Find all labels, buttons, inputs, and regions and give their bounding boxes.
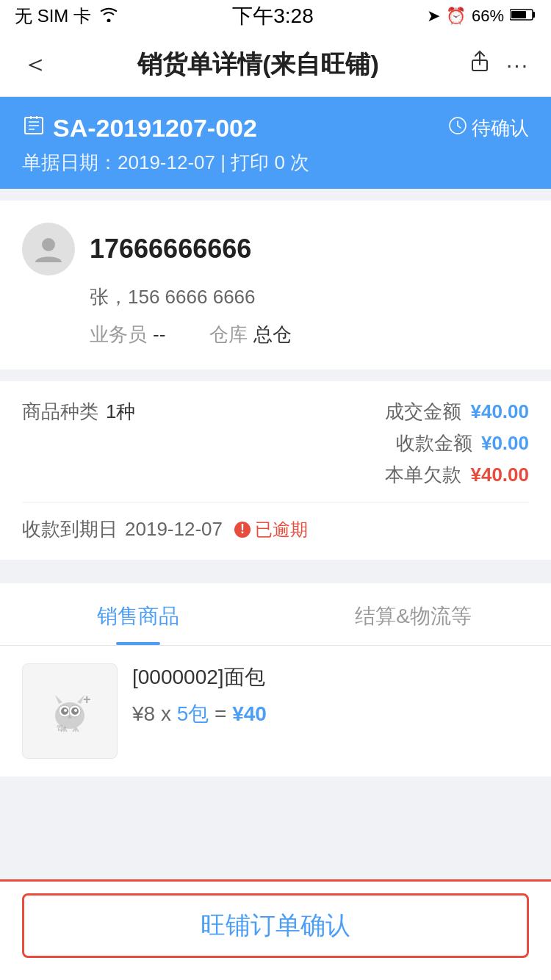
- status-right: ➤ ⏰ 66%: [427, 7, 536, 26]
- confirm-order-button[interactable]: 旺铺订单确认: [22, 893, 529, 958]
- back-button[interactable]: ＜: [22, 46, 48, 82]
- tabs-section: 销售商品 结算&物流等: [0, 583, 551, 777]
- status-text: 待确认: [472, 115, 529, 141]
- order-icon: [22, 113, 46, 143]
- product-price-row: ¥8 x 5包 = ¥40: [132, 700, 529, 728]
- salesperson-item: 业务员 --: [90, 322, 165, 347]
- product-type-label: 商品种类: [22, 399, 98, 425]
- deal-amount-item: 成交金额 ¥40.00: [385, 399, 529, 425]
- svg-point-17: [64, 709, 67, 712]
- product-list: + 管+ [0000002]面包 ¥8 x 5包 = ¥40: [0, 646, 551, 777]
- svg-text:+: +: [83, 692, 91, 707]
- product-name: [0000002]面包: [132, 663, 529, 691]
- warehouse-value: 总仓: [253, 322, 292, 347]
- confirm-btn-wrap: 旺铺订单确认: [0, 879, 551, 980]
- order-id: SA-20191207-002: [22, 113, 257, 143]
- customer-phone: 17666666666: [90, 234, 251, 264]
- divider-2: [0, 560, 551, 572]
- collected-value: ¥0.00: [481, 432, 529, 455]
- deal-amount-label: 成交金额: [385, 399, 461, 425]
- tab-sales-products[interactable]: 销售商品: [0, 583, 276, 645]
- share-button[interactable]: [468, 50, 491, 79]
- salesperson-value: --: [153, 323, 165, 346]
- customer-name: 张，156 6666 6666: [90, 284, 529, 310]
- page-title: 销货单详情(来自旺铺): [137, 48, 379, 82]
- owed-item: 本单欠款 ¥40.00: [385, 462, 529, 488]
- nav-bar: ＜ 销货单详情(来自旺铺) ···: [0, 32, 551, 97]
- product-qty-value: 5包: [177, 702, 209, 725]
- customer-meta: 业务员 -- 仓库 总仓: [90, 322, 529, 347]
- salesperson-label: 业务员: [90, 322, 147, 347]
- product-total: ¥40: [232, 702, 267, 725]
- warehouse-label: 仓库: [209, 322, 248, 347]
- equals-sign: =: [215, 702, 232, 725]
- order-date: 单据日期：2019-12-07 | 打印 0 次: [22, 150, 529, 176]
- location-icon: ➤: [427, 7, 440, 26]
- wifi-icon: [98, 6, 119, 26]
- battery-text: 66%: [472, 7, 504, 26]
- overdue-badge: ! 已逾期: [234, 518, 308, 541]
- deal-amount-value: ¥40.00: [470, 400, 529, 423]
- status-time: 下午3:28: [232, 2, 314, 30]
- product-type-group: 商品种类 1种: [22, 399, 135, 425]
- collected-label: 收款金额: [396, 430, 472, 456]
- no-sim-text: 无 SIM 卡: [15, 4, 91, 28]
- svg-marker-11: [55, 695, 62, 704]
- status-bar: 无 SIM 卡 下午3:28 ➤ ⏰ 66%: [0, 0, 551, 32]
- customer-section: 17666666666 张，156 6666 6666 业务员 -- 仓库 总仓: [0, 201, 551, 370]
- summary-section: 商品种类 1种 成交金额 ¥40.00 收款金额 ¥0.00 本单欠款 ¥40.…: [0, 381, 551, 560]
- svg-text:管+: 管+: [57, 724, 67, 732]
- tab-settlement[interactable]: 结算&物流等: [276, 583, 551, 645]
- tabs-header: 销售商品 结算&物流等: [0, 583, 551, 646]
- order-status: 待确认: [448, 115, 529, 141]
- battery-icon: [510, 7, 536, 26]
- overdue-dot-icon: !: [234, 522, 251, 538]
- due-date-value: 2019-12-07: [125, 518, 223, 541]
- overdue-text: 已逾期: [255, 518, 308, 541]
- nav-actions: ···: [468, 50, 529, 79]
- due-date-section: 收款到期日 2019-12-07 ! 已逾期: [22, 502, 529, 542]
- svg-point-9: [42, 238, 55, 251]
- product-info: [0000002]面包 ¥8 x 5包 = ¥40: [132, 663, 529, 759]
- svg-point-18: [74, 709, 77, 712]
- alarm-icon: ⏰: [446, 7, 466, 26]
- clock-icon: [448, 116, 467, 140]
- more-button[interactable]: ···: [506, 52, 529, 77]
- collected-item: 收款金额 ¥0.00: [396, 430, 529, 456]
- warehouse-item: 仓库 总仓: [209, 322, 292, 347]
- product-thumbnail: + 管+: [22, 663, 118, 759]
- product-item: + 管+ [0000002]面包 ¥8 x 5包 = ¥40: [22, 663, 529, 759]
- owed-value: ¥40.00: [470, 464, 529, 486]
- product-type-value: 1种: [106, 399, 135, 425]
- owed-label: 本单欠款: [385, 462, 461, 488]
- divider-1: [0, 370, 551, 381]
- status-left: 无 SIM 卡: [15, 4, 119, 28]
- due-date-label: 收款到期日: [22, 516, 118, 542]
- customer-avatar: [22, 223, 75, 275]
- svg-rect-1: [533, 12, 535, 18]
- svg-rect-2: [511, 11, 526, 18]
- price-prefix: ¥8 x: [132, 702, 171, 725]
- amounts-group: 成交金额 ¥40.00 收款金额 ¥0.00 本单欠款 ¥40.00: [385, 399, 529, 488]
- order-header: SA-20191207-002 待确认 单据日期：2019-12-07 | 打印…: [0, 97, 551, 189]
